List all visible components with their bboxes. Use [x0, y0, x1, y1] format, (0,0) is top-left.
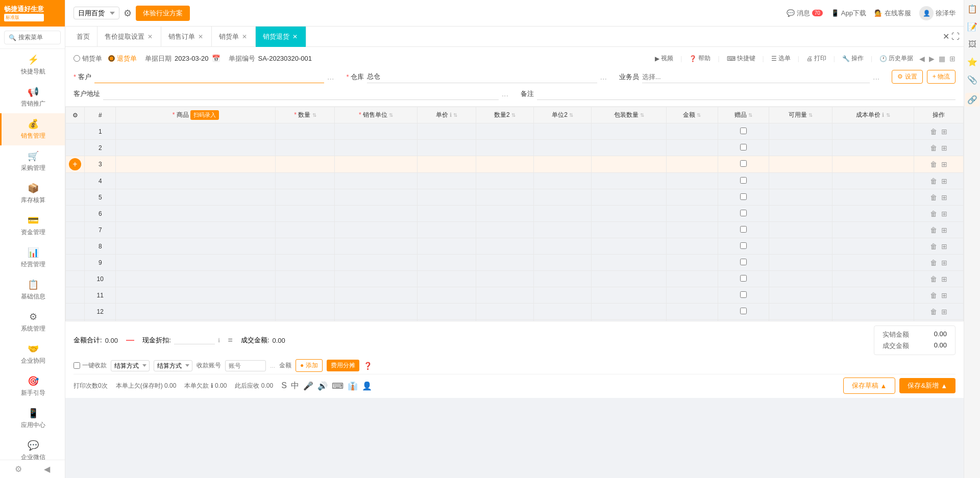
row-amount-cell[interactable] [667, 238, 718, 255]
warehouse-select-dots[interactable]: ... [600, 72, 607, 82]
row-cost-price-cell[interactable] [832, 140, 914, 156]
row-product-cell[interactable] [116, 271, 276, 287]
row-amount-cell[interactable] [667, 140, 718, 156]
gift-checkbox-4[interactable] [740, 177, 747, 184]
history-button[interactable]: 🕐 历史单据 [877, 53, 915, 64]
gift-checkbox-1[interactable] [740, 128, 747, 134]
app-download-button[interactable]: 📱 App下载 [831, 9, 866, 18]
row-qty-cell[interactable] [276, 287, 335, 304]
search-menu-button[interactable]: 🔍 搜索菜单 [4, 31, 61, 44]
gift-checkbox-10[interactable] [740, 275, 747, 282]
row-copy-button-4[interactable]: ⊞ [940, 176, 948, 186]
row-unit-price-cell[interactable] [418, 271, 476, 287]
row-qty2-cell[interactable] [476, 238, 533, 255]
row-pack-qty-cell[interactable] [592, 189, 667, 206]
row-gift-cell[interactable] [718, 222, 769, 238]
row-product-cell[interactable] [116, 206, 276, 222]
row-qty-cell[interactable] [276, 222, 335, 238]
right-sidebar-image-icon[interactable]: 🖼 [968, 40, 976, 49]
row-qty-cell[interactable] [276, 255, 335, 271]
row-unit-price-cell[interactable] [418, 222, 476, 238]
print-button[interactable]: 🖨 打印 [804, 53, 828, 64]
row-delete-button-7[interactable]: 🗑 [929, 225, 938, 235]
gift-checkbox-7[interactable] [740, 226, 747, 233]
sidebar-item-enterprise[interactable]: 🤝 企业协同 [0, 338, 65, 370]
row-qty-cell[interactable] [276, 206, 335, 222]
row-product-cell[interactable] [116, 173, 276, 189]
row-copy-button-1[interactable]: ⊞ [940, 127, 948, 137]
right-sidebar-link-icon[interactable]: 📎 [967, 75, 977, 85]
product-input-1[interactable] [119, 128, 272, 135]
gift-sort-icon[interactable]: ⇅ [748, 112, 752, 118]
row-pack-qty-cell[interactable] [592, 206, 667, 222]
row-pack-qty-cell[interactable] [592, 255, 667, 271]
tab-sales-return[interactable]: 销货退货 ✕ [256, 27, 306, 47]
qty2-sort-icon[interactable]: ⇅ [511, 112, 516, 118]
row-available-cell[interactable] [769, 255, 832, 271]
sidebar-item-wechat[interactable]: 💬 企业微信 [0, 435, 65, 460]
row-unit-price-cell[interactable] [418, 173, 476, 189]
row-product-cell[interactable] [116, 287, 276, 304]
table-scroll-area[interactable]: ⚙ # * 商品 扫码录入 * 数量 ⇅ [65, 107, 964, 321]
gift-checkbox-8[interactable] [740, 242, 747, 249]
customer-input[interactable] [94, 71, 324, 83]
unit2-sort-icon[interactable]: ⇅ [569, 112, 573, 118]
row-gift-cell[interactable] [718, 123, 769, 140]
row-unit2-cell[interactable] [534, 255, 592, 271]
one-click-payment-input[interactable] [74, 362, 80, 369]
row-product-cell[interactable] [116, 140, 276, 156]
row-cost-price-cell[interactable] [832, 304, 914, 320]
row-available-cell[interactable] [769, 304, 832, 320]
row-product-cell[interactable] [116, 156, 276, 173]
row-cost-price-cell[interactable] [832, 222, 914, 238]
cost-price-sort-icon[interactable]: ⇅ [886, 112, 890, 118]
industry-select[interactable]: 日用百货 [74, 7, 119, 19]
row-cost-price-cell[interactable] [832, 173, 914, 189]
radio-return-input[interactable] [108, 55, 115, 62]
row-delete-button-1[interactable]: 🗑 [929, 127, 938, 137]
row-copy-button-2[interactable]: ⊞ [940, 143, 948, 153]
sidebar-item-sales[interactable]: 💰 销售管理 [0, 113, 65, 145]
row-sales-unit-cell[interactable] [335, 173, 418, 189]
gift-checkbox-6[interactable] [740, 210, 747, 216]
tab-sales-order[interactable]: 销售订单 ✕ [161, 27, 212, 47]
row-sales-unit-cell[interactable] [335, 255, 418, 271]
address-select-dots[interactable]: ... [502, 89, 508, 98]
row-unit2-cell[interactable] [534, 173, 592, 189]
customer-select-dots[interactable]: ... [327, 72, 334, 82]
radio-return[interactable]: 退货单 [108, 54, 137, 63]
select-order-button[interactable]: ☰ 选单 [769, 53, 793, 64]
available-sort-icon[interactable]: ⇅ [808, 112, 813, 118]
product-input-8[interactable] [119, 243, 272, 250]
row-cost-price-cell[interactable] [832, 287, 914, 304]
add-logistics-button[interactable]: + 物流 [927, 70, 955, 84]
sidebar-item-quicknav[interactable]: ⚡ 快捷导航 [0, 49, 65, 81]
split-expense-button[interactable]: 费用分摊 [327, 360, 359, 371]
row-unit2-cell[interactable] [534, 206, 592, 222]
row-copy-button-11[interactable]: ⊞ [940, 290, 948, 300]
sidebar-item-operations[interactable]: 📊 经营管理 [0, 242, 65, 274]
shortcut-button[interactable]: ⌨ 快捷键 [725, 53, 757, 64]
row-unit-price-cell[interactable] [418, 238, 476, 255]
row-qty2-cell[interactable] [476, 222, 533, 238]
row-gift-cell[interactable] [718, 156, 769, 173]
row-qty-cell[interactable] [276, 123, 335, 140]
row-copy-button-3[interactable]: ⊞ [940, 159, 948, 169]
sidebar-item-purchase[interactable]: 🛒 采购管理 [0, 145, 65, 178]
row-sales-unit-cell[interactable] [335, 206, 418, 222]
row-qty-cell[interactable] [276, 271, 335, 287]
scan-input-button[interactable]: 扫码录入 [190, 110, 219, 120]
row-delete-button-12[interactable]: 🗑 [929, 307, 938, 317]
product-input-3[interactable] [119, 161, 272, 168]
product-input-4[interactable] [119, 178, 272, 185]
row-sales-unit-cell[interactable] [335, 304, 418, 320]
row-cost-price-cell[interactable] [832, 206, 914, 222]
row-product-cell[interactable] [116, 189, 276, 206]
row-unit-price-cell[interactable] [418, 255, 476, 271]
salesperson-input[interactable] [642, 71, 870, 83]
row-amount-cell[interactable] [667, 287, 718, 304]
row-cost-price-cell[interactable] [832, 189, 914, 206]
tab-close-all-button[interactable]: ✕ [943, 32, 949, 41]
row-pack-qty-cell[interactable] [592, 222, 667, 238]
row-amount-cell[interactable] [667, 173, 718, 189]
